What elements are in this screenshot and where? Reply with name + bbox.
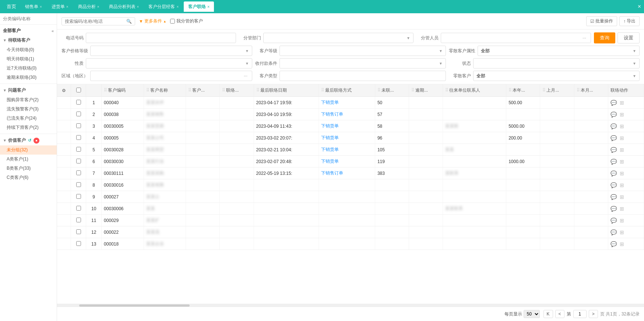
grid-icon[interactable]: ⊞: [620, 170, 624, 176]
sidebar-item-7days-contact[interactable]: 近7天待联络(0): [0, 64, 57, 73]
col-overdue[interactable]: ⠿逾期...: [409, 84, 443, 97]
row-checkbox[interactable]: [76, 112, 81, 116]
col-this-month[interactable]: ⠿本月...: [574, 84, 608, 97]
message-icon[interactable]: 💬: [610, 159, 617, 165]
sidebar-item-c-class[interactable]: C类客户(6): [0, 173, 57, 182]
grid-icon[interactable]: ⊞: [620, 182, 624, 188]
col-customer-name[interactable]: ⠿客户名称: [144, 84, 186, 97]
grid-icon[interactable]: ⊞: [620, 123, 624, 129]
row-checkbox[interactable]: [76, 147, 81, 152]
row-checkbox-cell[interactable]: [71, 226, 86, 238]
sparse-attr-select[interactable]: 全部 ▼: [478, 46, 640, 56]
message-icon[interactable]: 💬: [610, 135, 617, 141]
col-last-month[interactable]: ⠿上月...: [540, 84, 574, 97]
contact-method-link[interactable]: 下销货单: [321, 147, 339, 152]
row-last-method-cell[interactable]: 下销货单: [319, 132, 375, 144]
search-icon[interactable]: 🔍: [126, 19, 132, 24]
row-checkbox[interactable]: [76, 218, 81, 222]
batch-operation-btn[interactable]: ☑ 批量操作: [586, 16, 617, 26]
sidebar-item-churn-warning[interactable]: 流失预警客户(3): [0, 105, 57, 114]
sidebar-item-abnormal[interactable]: 囤购异常客户(2): [0, 95, 57, 105]
col-customer-type[interactable]: ⠿客户...: [186, 84, 220, 97]
contact-method-link[interactable]: 下销货单: [321, 100, 339, 105]
sidebar-item-tomorrow-contact[interactable]: 明天待联络(1): [0, 54, 57, 64]
sparse-customer-select[interactable]: 全部 ▼: [473, 71, 640, 81]
row-last-method-cell[interactable]: 下销货单: [319, 120, 375, 132]
col-contacts[interactable]: ⠿往来单位联系人: [443, 84, 506, 97]
manager-dots-icon[interactable]: ···: [581, 35, 588, 40]
scrollbar-thumb[interactable]: [79, 304, 190, 307]
region-input[interactable]: ···: [90, 71, 252, 81]
col-last-method[interactable]: ⠿最后联络方式: [319, 84, 375, 97]
col-last-date[interactable]: ⠿最后联络日期: [254, 84, 319, 97]
row-last-method-cell[interactable]: 下销售订单: [319, 167, 375, 179]
horizontal-scrollbar[interactable]: [57, 304, 644, 307]
status-select[interactable]: ▼: [473, 58, 640, 68]
close-goods-list-tab[interactable]: ×: [137, 5, 139, 9]
nature-select[interactable]: ▼: [86, 58, 252, 68]
col-settings[interactable]: ⚙: [57, 84, 71, 97]
message-icon[interactable]: 💬: [610, 112, 617, 117]
message-icon[interactable]: 💬: [610, 170, 617, 176]
contact-method-link[interactable]: 下销货单: [321, 159, 339, 164]
payment-select[interactable]: ▼: [279, 58, 446, 68]
row-last-method-cell[interactable]: 下销货单: [319, 156, 375, 167]
price-level-select[interactable]: ▼: [90, 46, 252, 56]
message-icon[interactable]: 💬: [610, 229, 617, 235]
message-icon[interactable]: 💬: [610, 182, 617, 188]
close-segment-tab[interactable]: ×: [176, 5, 179, 9]
sidebar-item-churned[interactable]: 已流失客户(24): [0, 114, 57, 123]
message-icon[interactable]: 💬: [610, 206, 617, 212]
grid-icon[interactable]: ⊞: [620, 147, 624, 153]
sidebar-item-unassigned[interactable]: 未分组(32): [0, 145, 57, 155]
my-customers-checkbox-wrap[interactable]: 我分管的客户: [170, 18, 203, 24]
tab-goods-analysis[interactable]: 商品分析 ×: [74, 1, 104, 12]
col-checkbox[interactable]: [71, 84, 86, 97]
sidebar-group-value-customers[interactable]: ▼ 价值客户 ↺ ●: [0, 135, 57, 145]
row-last-method-cell[interactable]: 下销货单: [319, 97, 375, 109]
row-checkbox[interactable]: [76, 123, 81, 128]
customer-level-select[interactable]: ▼: [279, 46, 446, 56]
close-goods-analysis-tab[interactable]: ×: [97, 5, 99, 9]
sidebar-collapse-icon[interactable]: «: [52, 29, 54, 33]
row-checkbox[interactable]: [76, 100, 81, 105]
customer-type-input[interactable]: [279, 71, 446, 81]
row-checkbox-cell[interactable]: [71, 203, 86, 215]
row-checkbox-cell[interactable]: [71, 179, 86, 191]
row-checkbox-cell[interactable]: [71, 238, 86, 250]
row-checkbox[interactable]: [76, 182, 81, 187]
grid-icon[interactable]: ⊞: [620, 241, 624, 247]
manager-input[interactable]: ···: [441, 33, 591, 43]
refresh-icon[interactable]: ↺: [28, 138, 31, 143]
search-input[interactable]: [65, 19, 125, 24]
row-checkbox-cell[interactable]: [71, 109, 86, 120]
row-checkbox-cell[interactable]: [71, 97, 86, 109]
per-page-select[interactable]: 50: [524, 310, 540, 318]
row-checkbox[interactable]: [76, 135, 81, 140]
sidebar-item-declining[interactable]: 持续下滑客户(2): [0, 123, 57, 132]
grid-icon[interactable]: ⊞: [620, 159, 624, 165]
tab-customer-contact[interactable]: 客户联络 ×: [184, 1, 214, 12]
page-number-input[interactable]: [573, 310, 587, 318]
contact-method-link[interactable]: 下销售订单: [321, 170, 343, 176]
tab-home[interactable]: 首页: [3, 3, 20, 10]
my-customers-checkbox[interactable]: [170, 19, 175, 24]
tab-customer-segment[interactable]: 客户分层经客 ×: [144, 1, 183, 12]
col-customer-code[interactable]: ⠿客户编码: [102, 84, 144, 97]
first-page-btn[interactable]: K: [543, 310, 553, 318]
contact-method-link[interactable]: 下销货单: [321, 123, 339, 128]
row-checkbox-cell[interactable]: [71, 120, 86, 132]
row-checkbox-cell[interactable]: [71, 132, 86, 144]
reset-btn[interactable]: 设置: [617, 32, 640, 43]
sidebar-item-today-contact[interactable]: 今天待联络(0): [0, 45, 57, 54]
close-all-tabs[interactable]: ×: [638, 3, 641, 10]
select-all-checkbox[interactable]: [76, 88, 81, 92]
row-checkbox-cell[interactable]: [71, 144, 86, 156]
col-contact[interactable]: ⠿联络...: [220, 84, 254, 97]
sidebar-item-overdue-contact[interactable]: 逾期未联络(30): [0, 73, 57, 82]
grid-icon[interactable]: ⊞: [620, 100, 624, 106]
next-page-btn[interactable]: >: [589, 310, 598, 318]
prev-page-btn[interactable]: <: [555, 310, 564, 318]
row-checkbox[interactable]: [76, 159, 81, 163]
tab-purchase[interactable]: 进货单 ×: [47, 1, 73, 12]
